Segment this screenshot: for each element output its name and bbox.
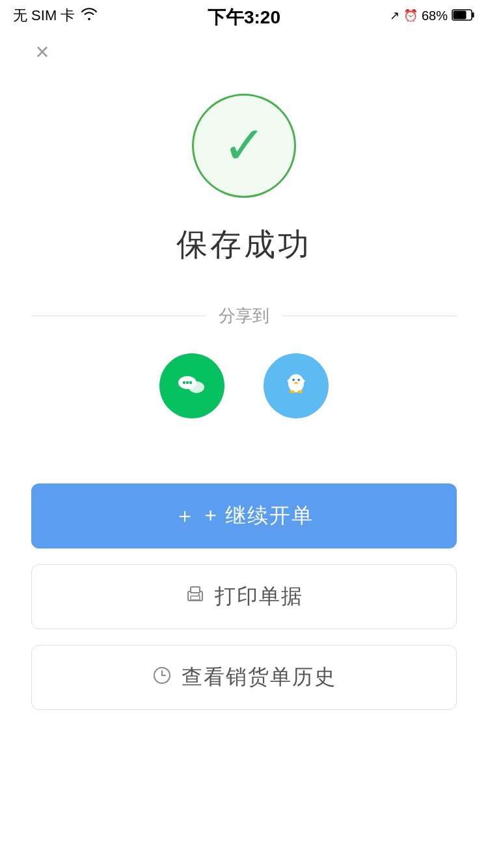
svg-point-13 <box>299 379 300 381</box>
svg-point-22 <box>198 593 200 595</box>
share-label: 分享到 <box>206 305 282 327</box>
status-right: ↗ ⏰ 68% <box>390 7 475 25</box>
success-circle: ✓ <box>192 94 296 198</box>
history-label: 查看销货单历史 <box>182 663 336 692</box>
wechat-icon <box>174 366 210 405</box>
svg-rect-2 <box>472 12 474 18</box>
main-content: ✓ 保存成功 分享到 <box>0 29 488 868</box>
print-icon <box>185 584 206 610</box>
close-button[interactable]: × <box>26 36 59 68</box>
svg-rect-1 <box>454 11 467 20</box>
divider-right <box>282 316 457 316</box>
status-time: 下午3:20 <box>208 5 280 30</box>
wechat-share-button[interactable] <box>159 353 224 418</box>
checkmark-icon: ✓ <box>223 120 266 172</box>
svg-point-12 <box>293 379 295 381</box>
print-button[interactable]: 打印单据 <box>31 564 457 629</box>
no-sim-label: 无 SIM 卡 <box>13 6 75 25</box>
status-bar: 无 SIM 卡 下午3:20 ↗ ⏰ 68% <box>0 0 488 29</box>
svg-point-7 <box>189 381 192 384</box>
continue-button[interactable]: ＋ + 继续开单 <box>31 483 457 549</box>
svg-point-5 <box>183 381 185 384</box>
share-icons <box>31 353 457 418</box>
print-label: 打印单据 <box>215 582 303 611</box>
continue-icon: ＋ <box>174 502 195 530</box>
location-icon: ↗ <box>390 8 400 23</box>
svg-rect-20 <box>191 587 200 593</box>
success-title: 保存成功 <box>176 224 312 265</box>
svg-rect-21 <box>191 596 200 600</box>
alarm-icon: ⏰ <box>403 8 418 23</box>
actions: ＋ + 继续开单 打印单据 查看销货单历史 <box>31 470 457 723</box>
qq-share-button[interactable] <box>264 353 329 418</box>
status-left: 无 SIM 卡 <box>13 6 98 25</box>
share-divider: 分享到 <box>31 305 457 327</box>
wifi-icon <box>80 7 98 24</box>
divider-left <box>31 316 206 316</box>
qq-icon <box>278 366 314 405</box>
battery-label: 68% <box>422 8 448 23</box>
history-button[interactable]: 查看销货单历史 <box>31 645 457 710</box>
svg-point-6 <box>186 381 189 384</box>
svg-point-18 <box>297 390 303 393</box>
continue-label: + 继续开单 <box>204 502 314 530</box>
history-icon <box>152 665 172 690</box>
svg-point-14 <box>294 382 298 384</box>
close-icon: × <box>35 40 49 64</box>
battery-icon <box>452 7 475 25</box>
svg-point-17 <box>290 390 295 393</box>
share-section: 分享到 <box>31 305 457 431</box>
